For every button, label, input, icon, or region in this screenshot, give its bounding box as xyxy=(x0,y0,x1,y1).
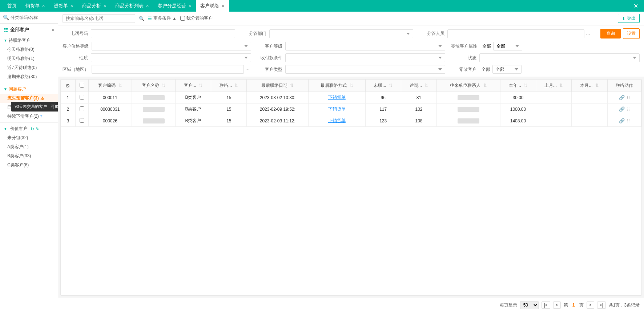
more-conditions-btn[interactable]: ☰ 更多条件 ▲ xyxy=(148,15,177,21)
action-link-icon-2[interactable]: 🔗 xyxy=(619,118,625,123)
nav-sales[interactable]: 销货单 ✕ xyxy=(21,0,49,12)
cell-contact-1: 15 xyxy=(211,104,247,115)
cell-last-method-1: 下销货单 xyxy=(309,104,365,115)
action-menu-icon-2[interactable]: ⁝⁝ xyxy=(627,118,630,123)
cell-contact2-1 xyxy=(437,104,500,115)
filter-price-level: 客户价格等级 xyxy=(63,42,251,50)
nav-home[interactable]: 首页 xyxy=(3,0,21,12)
action-link-icon-0[interactable]: 🔗 xyxy=(619,95,625,100)
edit-icon[interactable]: ✎ xyxy=(36,126,39,131)
col-contact2: 往来单位联系人 ⇅ xyxy=(437,80,500,92)
row-checkbox-2[interactable] xyxy=(80,118,84,123)
sidebar-search-input[interactable] xyxy=(11,15,55,20)
nav-customer-contact-close[interactable]: ✕ xyxy=(221,4,225,8)
sidebar-item-declining[interactable]: 持续下滑客户(2) ? xyxy=(0,112,58,121)
sidebar-item-a-class[interactable]: A类客户(1) xyxy=(0,142,58,151)
nav-purchase[interactable]: 进货单 ✕ xyxy=(49,0,78,12)
sidebar-all-customers[interactable]: ☷ 全部客户 « xyxy=(0,24,58,36)
sidebar-item-overdue[interactable]: 逾期未联络(30) xyxy=(0,72,58,81)
filter-search-input[interactable] xyxy=(63,14,135,23)
nav-customer-layer[interactable]: 客户分层经营 ✕ xyxy=(153,0,196,12)
help-icon-2[interactable]: ? xyxy=(40,114,43,119)
col-last-month: 上月... ⇅ xyxy=(536,80,572,92)
filter-retail-customer-select[interactable]: 全部 xyxy=(492,65,522,74)
per-page-select[interactable]: 20 50 100 xyxy=(520,301,539,309)
sidebar-group-pending[interactable]: ▼ 待联络客户 xyxy=(0,36,58,45)
nav-analysis[interactable]: 商品分析 ✕ xyxy=(78,0,111,12)
last-page-btn[interactable]: >| xyxy=(597,301,606,309)
cell-this-month-0 xyxy=(572,92,607,104)
prev-page-btn[interactable]: < xyxy=(553,301,561,309)
filter-nature-select[interactable] xyxy=(91,53,251,62)
nav-customer-layer-close[interactable]: ✕ xyxy=(188,4,192,8)
action-menu-icon-0[interactable]: ⁝⁝ xyxy=(627,95,630,100)
sidebar-item-c-class[interactable]: C类客户(6) xyxy=(0,161,58,170)
filter-dept-select[interactable] xyxy=(269,29,414,38)
filter-dept: 分管部门 xyxy=(241,29,414,38)
sidebar-group-problem[interactable]: ▼ 问题客户 xyxy=(0,85,58,94)
nav-sales-close[interactable]: ✕ xyxy=(42,4,45,8)
filter-retail-attr-select[interactable]: 全部 xyxy=(493,42,522,50)
filter-phone-input[interactable] xyxy=(91,29,235,38)
close-window-btn[interactable]: ✕ xyxy=(631,3,641,9)
refresh-icon[interactable]: ↻ xyxy=(31,126,34,131)
grid-icon: ☷ xyxy=(4,27,8,33)
filter-bar: 🔍 ☰ 更多条件 ▲ 我分管的客户 ⬇ 导出 xyxy=(58,12,644,25)
filter-customer-level-select[interactable] xyxy=(285,42,446,50)
row-checkbox-0[interactable] xyxy=(80,95,84,100)
nav-customer-layer-label: 客户分层经营 xyxy=(158,3,186,9)
data-table: ⚙ 客户编码 ⇅ 客户名称 ⇅ xyxy=(61,80,641,127)
nav-purchase-close[interactable]: ✕ xyxy=(70,4,73,8)
gear-btn[interactable]: ⚙ xyxy=(65,83,70,89)
filter-status: 状态 xyxy=(451,53,640,62)
retail-attr-value: 全部 xyxy=(480,43,493,49)
cell-this-year-1: 1000.00 xyxy=(500,104,536,115)
cell-contact2-0 xyxy=(437,92,500,104)
sidebar-item-7days[interactable]: 近7天待联络(0) xyxy=(0,63,58,72)
sidebar-group-value[interactable]: ▼ 价值客户 ↻ ✎ xyxy=(0,124,58,133)
sidebar-item-today[interactable]: 今天待联络(0) xyxy=(0,45,58,54)
next-page-btn[interactable]: > xyxy=(587,301,594,309)
filter-region-input[interactable] xyxy=(92,65,244,74)
nav-analysis-list[interactable]: 商品分析列表 ✕ xyxy=(111,0,153,12)
filter-search-btn[interactable]: 🔍 xyxy=(139,16,144,21)
filter-price-level-label: 客户价格等级 xyxy=(63,43,89,49)
col-last-method: 最后联络方式 ⇅ xyxy=(309,80,365,92)
filter-status-label: 状态 xyxy=(451,55,476,61)
filter-manager-input[interactable] xyxy=(447,29,584,38)
sidebar-item-ungroup[interactable]: 未分组(32) xyxy=(0,133,58,142)
sidebar: 🔍 ☷ 全部客户 « ▼ 待联络客户 今天待联络(0) 明天待联络(1) 近7天… xyxy=(0,12,58,312)
cell-this-year-2: 1408.00 xyxy=(500,115,536,127)
filter-status-select[interactable] xyxy=(479,53,640,62)
filter-price-level-select[interactable] xyxy=(92,42,251,50)
cell-code-1: 00030031 xyxy=(88,104,132,115)
nav-analysis-close[interactable]: ✕ xyxy=(103,4,106,8)
sort-icon-this-year: ⇅ xyxy=(524,83,527,88)
filter-row-2: 客户价格等级 客户等级 零散客户属性 全部 全部 xyxy=(63,42,640,50)
nav-purchase-label: 进货单 xyxy=(54,3,68,9)
filter-actions: ⬇ 导出 xyxy=(618,14,640,23)
arrow-icon: ▼ xyxy=(4,39,7,42)
sidebar-item-b-class[interactable]: B类客户(33) xyxy=(0,151,58,161)
filter-customer-level-label: 客户等级 xyxy=(257,43,282,49)
action-link-icon-1[interactable]: 🔗 xyxy=(619,106,625,112)
cell-index-0: 1 xyxy=(61,92,75,104)
region-dots-btn[interactable]: ··· xyxy=(244,66,251,72)
manager-dots-btn[interactable]: ··· xyxy=(584,31,592,37)
sidebar-item-tomorrow[interactable]: 明天待联络(1) xyxy=(0,54,58,63)
query-btn[interactable]: 查询 xyxy=(600,29,621,39)
row-checkbox-1[interactable] xyxy=(80,106,84,111)
my-customers-checkbox[interactable]: 我分管的客户 xyxy=(180,15,213,21)
settings-btn[interactable]: 设置 xyxy=(623,28,640,39)
sort-icon-contact: ⇅ xyxy=(234,83,238,88)
select-all-checkbox[interactable] xyxy=(80,83,84,88)
nav-analysis-list-close[interactable]: ✕ xyxy=(146,4,149,8)
sort-icon-last-date: ⇅ xyxy=(290,83,294,88)
filter-customer-type-select[interactable] xyxy=(285,65,446,74)
first-page-btn[interactable]: |< xyxy=(542,301,550,309)
nav-customer-contact[interactable]: 客户联络 ✕ xyxy=(196,0,229,12)
export-btn[interactable]: ⬇ 导出 xyxy=(618,14,640,23)
filter-payment-select[interactable] xyxy=(285,53,446,62)
nav-analysis-list-label: 商品分析列表 xyxy=(115,3,144,9)
action-menu-icon-1[interactable]: ⁝⁝ xyxy=(627,106,630,112)
